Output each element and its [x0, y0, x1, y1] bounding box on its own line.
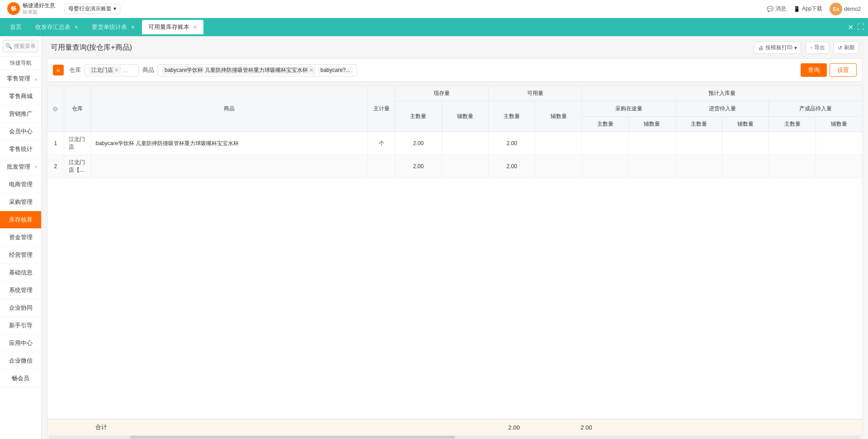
row2-stock-main: 2.00 — [395, 155, 442, 178]
sidebar-item-enterprise[interactable]: 企业协同 — [0, 299, 41, 317]
page-actions: 🖨 按模板打印 ▾ ↑ 导出 ↺ 刷新 — [754, 42, 859, 54]
product-tag2-text: babycare?... — [321, 67, 350, 73]
filter-more-icon[interactable]: ... — [123, 66, 128, 74]
sidebar: 🔍 搜索菜单 快捷导航 零售管理 ▲ 零售商城 营销推广 会员中心 零售统计 批… — [0, 36, 42, 439]
sidebar-item-app-center[interactable]: 应用中心 — [0, 335, 41, 352]
search-icon: 🔍 — [5, 43, 12, 49]
sidebar-item-basic-info-label: 基础信息 — [3, 269, 38, 277]
sidebar-item-operations-label: 经营管理 — [3, 251, 38, 259]
sidebar-search-button[interactable]: 🔍 搜索菜单 — [3, 40, 38, 52]
th-produced-sub: 产成品待入量 — [769, 101, 862, 117]
chevron-icon: ▲ — [34, 76, 38, 81]
sidebar-item-basic-info[interactable]: 基础信息 — [0, 264, 41, 282]
tab-available-inventory[interactable]: 可用量库存账本 ✕ — [142, 20, 203, 34]
industry-label: 母婴行业演示账套 — [68, 5, 112, 13]
sidebar-item-retail-mgmt[interactable]: 零售管理 ▲ — [0, 70, 41, 88]
sidebar-item-operations[interactable]: 经营管理 — [0, 246, 41, 264]
sidebar-item-purchase-label: 采购管理 — [3, 198, 38, 206]
th-stock-aux: 辅数量 — [442, 101, 488, 132]
main-layout: 🔍 搜索菜单 快捷导航 零售管理 ▲ 零售商城 营销推广 会员中心 零售统计 批… — [0, 36, 868, 439]
logo-sub: 标准版 — [23, 9, 55, 15]
filter-expand-button[interactable]: » — [53, 65, 64, 76]
th-produced-main: 主数量 — [769, 117, 816, 132]
sidebar-item-retail-mall[interactable]: 零售商城 — [0, 88, 41, 105]
tab-home[interactable]: 首页 — [4, 20, 28, 34]
message-button[interactable]: 💬 消息 — [767, 5, 786, 13]
sidebar-item-finance-label: 资金管理 — [3, 233, 38, 241]
sidebar-item-wechat[interactable]: 企业微信 — [0, 352, 41, 370]
th-purchase-main: 主数量 — [582, 117, 628, 132]
sidebar-item-member2[interactable]: 畅会员 — [0, 370, 41, 387]
sidebar-item-system-label: 系统管理 — [3, 286, 38, 294]
top-bar: 畅 畅捷通好生意 标准版 母婴行业演示账套 ▾ 💬 消息 📱 App下载 Ea … — [0, 0, 868, 18]
sidebar-item-newbie[interactable]: 新手引导 — [0, 317, 41, 335]
message-icon: 💬 — [767, 6, 774, 12]
column-settings-icon[interactable]: ⚙ — [52, 105, 58, 113]
chevron-down-icon: ▾ — [113, 5, 116, 12]
sidebar-search-area: 🔍 搜索菜单 — [0, 36, 41, 57]
scrollbar-thumb[interactable] — [130, 436, 455, 439]
tab-expand-button[interactable]: ⛶ — [857, 23, 864, 31]
sidebar-item-wholesale[interactable]: 批发管理 ▼ — [0, 158, 41, 176]
warehouse-tag: 江北门店 ✕ — [89, 66, 121, 75]
footer-label: 合计 — [95, 423, 469, 431]
sidebar-item-system[interactable]: 系统管理 — [0, 282, 41, 299]
table-row: 1 江北门店 babycare学饮杯 儿童防摔防撞吸管杯重力球吸嘴杯宝宝水杯 个… — [47, 132, 862, 155]
row2-purchase-main — [582, 155, 628, 178]
sidebar-item-ecommerce[interactable]: 电商管理 — [0, 176, 41, 194]
app-download-button[interactable]: 📱 App下载 — [793, 5, 822, 13]
row1-produced-aux — [816, 132, 862, 155]
th-incoming-main: 主数量 — [675, 117, 722, 132]
th-product: 商品 — [91, 86, 368, 132]
print-button[interactable]: 🖨 按模板打印 ▾ — [754, 42, 801, 54]
expand-icon: » — [57, 66, 60, 74]
sidebar-item-member-label: 会员中心 — [3, 127, 38, 136]
row1-purchase-main — [582, 132, 628, 155]
settings-button[interactable]: 设置 — [830, 63, 857, 77]
sidebar-item-wechat-label: 企业微信 — [3, 357, 38, 365]
table-row: 2 江北门店【... 2.00 2.00 — [47, 155, 862, 178]
row1-avail-main: 2.00 — [489, 132, 535, 155]
query-button[interactable]: 查询 — [801, 63, 827, 77]
row1-incoming-aux — [722, 132, 769, 155]
sidebar-item-newbie-label: 新手引导 — [3, 321, 38, 330]
tab-receipt-summary-close[interactable]: ✕ — [74, 24, 78, 30]
warehouse-filter-input[interactable]: 江北门店 ✕ ... — [85, 64, 139, 76]
sidebar-item-member[interactable]: 会员中心 — [0, 123, 41, 141]
export-button[interactable]: ↑ 导出 — [806, 42, 829, 54]
industry-selector[interactable]: 母婴行业演示账套 ▾ — [64, 4, 120, 14]
row2-incoming-main — [675, 155, 722, 178]
row2-produced-main — [769, 155, 816, 178]
th-warehouse: 仓库 — [64, 86, 91, 132]
product-filter-input[interactable]: babycare学饮杯 儿童防摔防撞吸管杯重力球吸嘴杯宝宝水杯 ✕ babyca… — [158, 64, 357, 76]
refresh-button[interactable]: ↺ 刷新 — [834, 42, 859, 54]
sidebar-item-marketing[interactable]: 营销推广 — [0, 105, 41, 123]
th-purchase-sub: 采购在途量 — [582, 101, 675, 117]
horizontal-scrollbar[interactable] — [49, 436, 860, 439]
tab-available-inventory-close[interactable]: ✕ — [193, 24, 197, 30]
sidebar-item-finance[interactable]: 资金管理 — [0, 229, 41, 246]
product-tag1-close[interactable]: ✕ — [309, 67, 313, 73]
refresh-label: 刷新 — [844, 44, 855, 52]
sidebar-nav-button[interactable]: 快捷导航 — [0, 57, 41, 70]
sidebar-item-purchase[interactable]: 采购管理 — [0, 194, 41, 211]
table-area: ⚙ 仓库 商品 主计量 现存量 可用量 预计入库量 主数量 辅数量 主数量 辅数… — [47, 85, 863, 439]
tab-receipt-summary[interactable]: 收发存汇总表 ✕ — [29, 20, 85, 34]
tab-order-stats[interactable]: 要货单统计表 ✕ — [85, 20, 141, 34]
tab-close-all-button[interactable]: ✕ — [848, 23, 854, 32]
row1-stock-main: 2.00 — [395, 132, 442, 155]
warehouse-tag-close[interactable]: ✕ — [114, 67, 118, 73]
user-area[interactable]: Ea demo2 — [830, 3, 861, 15]
export-icon: ↑ — [810, 45, 812, 51]
sidebar-item-retail-stats[interactable]: 零售统计 — [0, 141, 41, 158]
content-area: 可用量查询(按仓库+商品) 🖨 按模板打印 ▾ ↑ 导出 ↺ 刷新 — [42, 36, 868, 439]
sidebar-item-inventory[interactable]: 库存核算 — [0, 211, 41, 229]
row2-purchase-aux — [629, 155, 675, 178]
tab-order-stats-label: 要货单统计表 — [92, 23, 127, 31]
row1-no: 1 — [47, 132, 64, 155]
th-forecast-group: 预计入库量 — [582, 86, 862, 101]
tab-order-stats-close[interactable]: ✕ — [131, 24, 135, 30]
th-stock-main: 主数量 — [395, 101, 442, 132]
app-download-label: App下载 — [802, 5, 822, 13]
warehouse-filter-label: 仓库 — [69, 66, 81, 74]
